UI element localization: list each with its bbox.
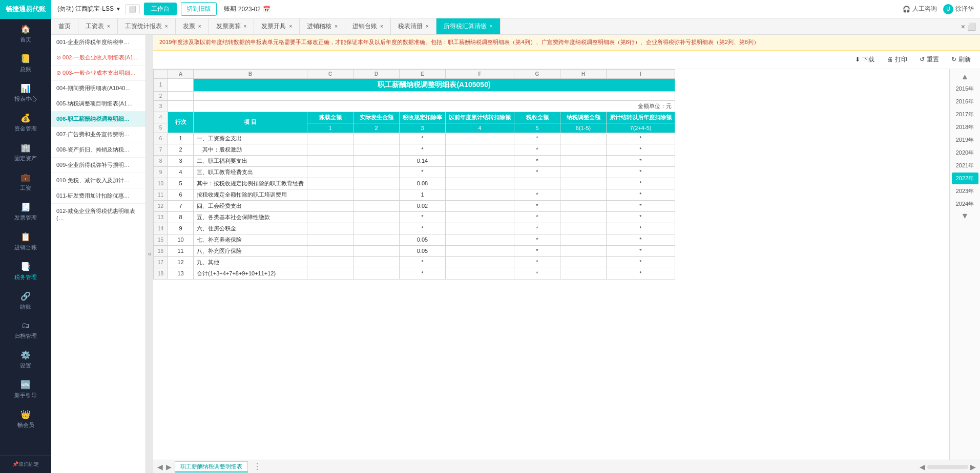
tab-salary-close[interactable]: × xyxy=(107,24,110,29)
switch-old-button[interactable]: 切到旧版 xyxy=(181,2,217,16)
tab-invoice[interactable]: 发票 × xyxy=(176,18,209,34)
col-header-g: G xyxy=(514,69,560,78)
invoice-icon: 🧾 xyxy=(20,202,31,212)
workspace-button[interactable]: 工作台 xyxy=(144,3,177,15)
sidebar-item-report[interactable]: 📊 报表中心 xyxy=(0,78,51,108)
file-item-004[interactable]: 004-期间费用明细表(A1040… xyxy=(51,81,145,96)
download-icon: ⬇ xyxy=(855,56,860,63)
year-2022[interactable]: 2022年 xyxy=(952,173,978,184)
file-item-009[interactable]: 009-企业所得税弥补亏损明… xyxy=(51,158,145,173)
sidebar-item-sales[interactable]: 📋 进销台账 xyxy=(0,227,51,256)
year-2016[interactable]: 2016年 xyxy=(952,96,978,107)
sheet-wrapper[interactable]: A B C D E F G H I xyxy=(153,69,949,460)
salary-icon: 💼 xyxy=(20,173,31,182)
file-item-003[interactable]: ⊘ 003-一般企业成本支出明细… xyxy=(51,66,145,81)
sheet-tab-main[interactable]: 职工薪酬纳税调整明细表 xyxy=(175,461,248,472)
tab-tax-clear-close[interactable]: × xyxy=(426,24,429,29)
tab-invoice-close[interactable]: × xyxy=(198,24,201,29)
tab-audit[interactable]: 进销稽核 × xyxy=(300,18,345,34)
tab-tax-clear[interactable]: 税表清册 × xyxy=(391,18,436,34)
col-header-book-amount: 账载全额 xyxy=(307,112,353,123)
col-header-future-carryforward: 累计结转以后年度扣除额 xyxy=(607,112,675,123)
close-period-icon: 🔗 xyxy=(20,291,31,301)
tab-ledger-close[interactable]: × xyxy=(380,24,383,29)
print-button[interactable]: 🖨 打印 xyxy=(884,54,910,66)
refresh-button[interactable]: ↻ 刷新 xyxy=(948,54,974,66)
sidebar-item-home[interactable]: 🏠 首页 xyxy=(0,19,51,49)
year-2024[interactable]: 2024年 xyxy=(952,198,978,210)
sheet-nav-left[interactable]: ◀ xyxy=(157,463,163,471)
sidebar-item-salary[interactable]: 💼 工资 xyxy=(0,167,51,197)
company-selector[interactable]: (勿动) 江西皖宝-LSS ▼ xyxy=(57,5,121,13)
user-menu[interactable]: U 徐泽华 xyxy=(943,4,974,14)
sidebar-cancel-fixed[interactable]: 📌取消固定 xyxy=(0,455,51,473)
file-item-006[interactable]: 006-职工薪酬纳税调整明细… xyxy=(51,112,145,127)
account-query[interactable]: 🎧 人工咨询 xyxy=(903,5,937,13)
reset-icon: ↺ xyxy=(920,56,925,63)
table-row: 1 职工薪酬纳税调整明细表(A105050) xyxy=(154,78,675,91)
tab-income-tax[interactable]: 所得税汇算清缴 × xyxy=(436,18,501,34)
year-2023[interactable]: 2023年 xyxy=(952,185,978,197)
tab-invoice-open[interactable]: 发票开具 × xyxy=(254,18,300,34)
table-row: 14 9 六、住房公积金 * * * xyxy=(154,223,675,234)
sheet-more-options[interactable]: ⋮ xyxy=(253,462,261,471)
tab-invoice-calc-close[interactable]: × xyxy=(244,24,247,29)
app-logo[interactable]: 畅捷通易代账 xyxy=(0,0,51,19)
period-selector[interactable]: 账期 2023-02 📅 xyxy=(224,5,270,13)
year-2017[interactable]: 2017年 xyxy=(952,109,978,120)
sidebar-item-tax[interactable]: 📑 税务管理 xyxy=(0,256,51,286)
tab-income-tax-close[interactable]: × xyxy=(490,24,493,29)
table-row: 11 6 按税收规定全额扣除的职工培训费用 1 * * xyxy=(154,189,675,200)
tab-salary[interactable]: 工资表 × xyxy=(78,18,118,34)
sidebar-item-guide[interactable]: 🆕 新手引导 xyxy=(0,375,51,404)
file-item-012[interactable]: 012-减免企业所得税优惠明细表(… xyxy=(51,204,145,225)
file-item-005[interactable]: 005-纳税调整项目明细表(A1… xyxy=(51,96,145,112)
tab-home[interactable]: 首页 xyxy=(51,18,78,34)
tab-audit-close[interactable]: × xyxy=(335,24,338,29)
year-2021[interactable]: 2021年 xyxy=(952,160,978,171)
sidebar-item-finance[interactable]: 💰 资金管理 xyxy=(0,108,51,138)
reset-button[interactable]: ↺ 重置 xyxy=(916,54,942,66)
file-item-010[interactable]: 010-免税、减计收入及加计… xyxy=(51,173,145,188)
tab-invoice-calc[interactable]: 发票测算 × xyxy=(209,18,255,34)
building-icon: 🏢 xyxy=(20,143,31,153)
sidebar-item-close[interactable]: 🔗 结账 xyxy=(0,286,51,316)
file-item-008[interactable]: 008-资产折旧、摊销及纳税… xyxy=(51,142,145,158)
tab-salary-report[interactable]: 工资统计报表 × xyxy=(118,18,176,34)
year-2018[interactable]: 2018年 xyxy=(952,121,978,133)
company-copy-button[interactable]: ⬜ xyxy=(125,4,140,14)
content: 001-企业所得税年度纳税申… ⊘ 002-一般企业收入明细表(A1… ⊘ 00… xyxy=(51,35,980,473)
file-item-011[interactable]: 011-研发费用加计扣除优惠… xyxy=(51,188,145,204)
year-nav-down[interactable]: ▼ xyxy=(961,210,969,222)
file-item-007[interactable]: 007-广告费和业务宣传费明… xyxy=(51,127,145,142)
archive-icon: 🗂 xyxy=(22,321,30,330)
gear-icon: ⚙️ xyxy=(20,350,31,360)
horizontal-scrollbar[interactable] xyxy=(927,465,968,469)
download-button[interactable]: ⬇ 下载 xyxy=(852,54,878,66)
tabs-fullscreen-button[interactable]: ⬜ xyxy=(967,23,976,31)
scroll-left-btn[interactable]: ◀ xyxy=(920,463,925,471)
collapse-panel-button[interactable]: « xyxy=(146,35,153,473)
sheet-nav-right[interactable]: ▶ xyxy=(166,463,172,471)
year-nav-up[interactable]: ▲ xyxy=(961,71,969,82)
topbar: (勿动) 江西皖宝-LSS ▼ ⬜ 工作台 切到旧版 账期 2023-02 📅 … xyxy=(51,0,980,18)
tabs-actions: × ⬜ xyxy=(957,23,980,31)
year-2020[interactable]: 2020年 xyxy=(952,147,978,159)
sidebar-item-ledger[interactable]: 📒 总账 xyxy=(0,49,51,78)
sidebar-item-asset[interactable]: 🏢 固定资产 xyxy=(0,138,51,167)
file-item-001[interactable]: 001-企业所得税年度纳税申… xyxy=(51,35,145,50)
sidebar-item-settings[interactable]: ⚙️ 设置 xyxy=(0,345,51,375)
year-2019[interactable]: 2019年 xyxy=(952,134,978,146)
tabs-close-button[interactable]: × xyxy=(961,23,965,31)
tab-ledger[interactable]: 进销台账 × xyxy=(345,18,391,34)
year-2015[interactable]: 2015年 xyxy=(952,83,978,95)
scroll-right-btn[interactable]: ▶ xyxy=(970,463,976,471)
sidebar-item-member[interactable]: 👑 畅会员 xyxy=(0,404,51,434)
chevron-down-icon: ▼ xyxy=(116,6,121,12)
sidebar-item-invoice[interactable]: 🧾 发票管理 xyxy=(0,197,51,227)
tab-salary-report-close[interactable]: × xyxy=(165,24,168,29)
tab-invoice-open-close[interactable]: × xyxy=(289,24,292,29)
error-icon-2: ⊘ xyxy=(56,70,62,76)
file-item-002[interactable]: ⊘ 002-一般企业收入明细表(A1… xyxy=(51,50,145,66)
sidebar-item-archive[interactable]: 🗂 归档管理 xyxy=(0,316,51,345)
